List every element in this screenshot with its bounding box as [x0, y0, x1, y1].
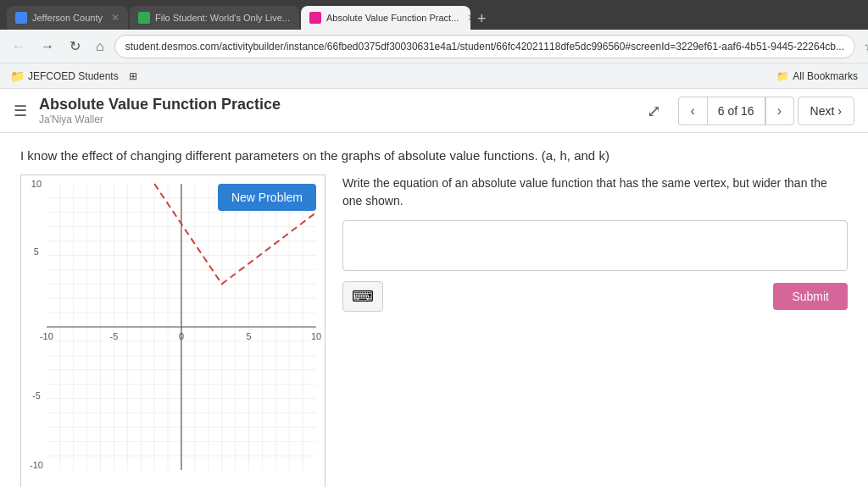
- svg-rect-0: [21, 175, 325, 487]
- answer-input[interactable]: [350, 239, 840, 252]
- tab-filo[interactable]: Filo Student: World's Only Live... ✕: [130, 6, 299, 30]
- tab-bar: Jefferson County ✕ Filo Student: World's…: [7, 0, 491, 30]
- svg-text:-5: -5: [110, 331, 119, 341]
- nav-controls: ‹ 6 of 16 › Next ›: [678, 97, 854, 125]
- next-arrow-button[interactable]: ›: [765, 97, 794, 125]
- answer-input-box[interactable]: [342, 220, 848, 271]
- bookmark-grid-label: ⊞: [129, 70, 137, 82]
- next-button[interactable]: Next ›: [798, 97, 854, 125]
- svg-text:-10: -10: [40, 331, 53, 341]
- tab-label-1: Jefferson County: [32, 13, 103, 23]
- address-bar[interactable]: student.desmos.com/activitybuilder/insta…: [114, 35, 855, 58]
- svg-text:5: 5: [34, 247, 39, 257]
- all-bookmarks-label: All Bookmarks: [793, 70, 858, 82]
- keyboard-button[interactable]: ⌨: [342, 281, 383, 312]
- browser-chrome: Jefferson County ✕ Filo Student: World's…: [0, 0, 868, 30]
- activity-area: New Problem: [20, 174, 848, 487]
- prev-screen-button[interactable]: ‹: [678, 97, 707, 125]
- bookmark-jefcoed-label: JEFCOED Students: [28, 70, 119, 82]
- address-text: student.desmos.com/activitybuilder/insta…: [125, 41, 844, 53]
- svg-text:0: 0: [179, 331, 184, 341]
- all-bookmarks[interactable]: 📁 All Bookmarks: [776, 70, 858, 82]
- submit-row: ⌨ Submit: [342, 281, 848, 312]
- bookmark-grid[interactable]: ⊞: [129, 70, 137, 82]
- tab-favicon-1: [15, 12, 27, 24]
- bookmarks-folder-icon: 📁: [776, 70, 789, 82]
- hamburger-menu[interactable]: ☰: [14, 102, 27, 120]
- forward-button[interactable]: →: [36, 36, 59, 58]
- keyboard-icon: ⌨: [352, 287, 374, 306]
- main-content: I know the effect of changing different …: [0, 133, 868, 487]
- tab-close-3[interactable]: ✕: [467, 12, 470, 24]
- next-button-label: Next: [810, 104, 835, 118]
- question-text: I know the effect of changing different …: [20, 147, 848, 164]
- tab-desmos[interactable]: Absolute Value Function Pract... ✕: [301, 6, 470, 30]
- graph-container: New Problem: [20, 174, 326, 487]
- svg-text:10: 10: [311, 331, 321, 341]
- submit-button[interactable]: Submit: [773, 283, 848, 310]
- app-title: Absolute Value Function Practice: [39, 96, 630, 113]
- app-subtitle: Ja'Niya Waller: [39, 113, 630, 125]
- right-panel: Write the equation of an absolute value …: [342, 174, 848, 487]
- bookmark-star-button[interactable]: ☆: [860, 36, 868, 56]
- tab-favicon-2: [138, 12, 150, 24]
- tab-favicon-3: [309, 12, 321, 24]
- bookmark-jefcoed[interactable]: 📁 JEFCOED Students: [10, 69, 119, 83]
- home-button[interactable]: ⌂: [91, 36, 109, 58]
- tab-close-1[interactable]: ✕: [111, 12, 120, 24]
- back-button[interactable]: ←: [7, 36, 31, 58]
- app-header: ☰ Absolute Value Function Practice Ja'Ni…: [0, 89, 868, 133]
- tab-jefferson-county[interactable]: Jefferson County ✕: [7, 6, 128, 30]
- next-chevron-icon: ›: [837, 104, 842, 118]
- tab-label-3: Absolute Value Function Pract...: [326, 13, 459, 23]
- tab-close-2[interactable]: ✕: [298, 12, 299, 24]
- instruction-text: Write the equation of an absolute value …: [342, 174, 848, 210]
- refresh-button[interactable]: ↻: [64, 35, 86, 58]
- svg-text:-5: -5: [32, 390, 41, 401]
- tab-label-2: Filo Student: World's Only Live...: [155, 13, 290, 23]
- new-problem-button[interactable]: New Problem: [218, 184, 316, 211]
- expand-icon[interactable]: ⤢: [647, 101, 661, 121]
- new-tab-button[interactable]: +: [472, 8, 492, 30]
- bookmark-folder-icon: 📁: [10, 69, 25, 83]
- svg-text:5: 5: [246, 331, 251, 341]
- svg-text:10: 10: [31, 179, 42, 189]
- graph-svg: -10 -5 0 5 10 10 5 -5 -10: [21, 175, 325, 487]
- bookmarks-bar: 📁 JEFCOED Students ⊞ 📁 All Bookmarks: [0, 64, 868, 89]
- app-title-block: Absolute Value Function Practice Ja'Niya…: [39, 96, 630, 125]
- page-indicator: 6 of 16: [707, 97, 765, 125]
- svg-text:-10: -10: [30, 460, 43, 470]
- toolbar: ← → ↻ ⌂ student.desmos.com/activitybuild…: [0, 30, 868, 64]
